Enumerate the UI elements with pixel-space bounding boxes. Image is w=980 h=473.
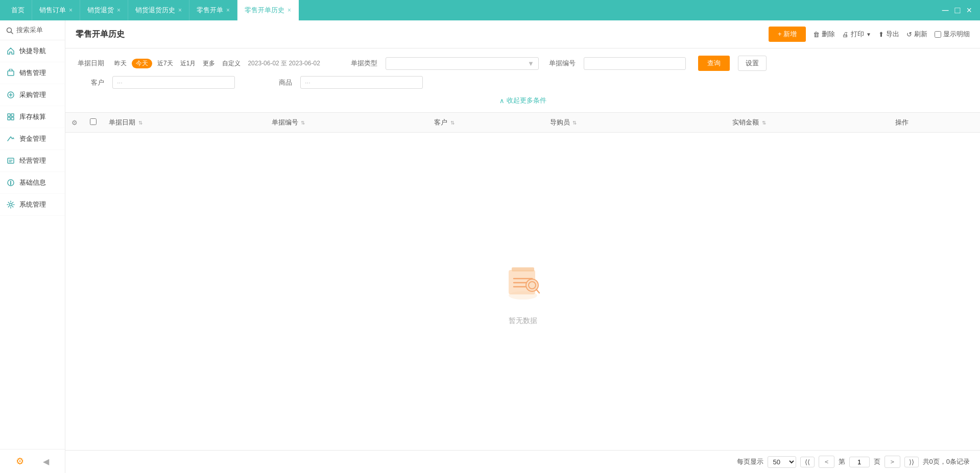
inventory-icon (6, 112, 15, 121)
delete-icon: 🗑 (813, 31, 820, 38)
tab-retail-history[interactable]: 零售开单历史 × (237, 0, 299, 20)
col-settings[interactable]: ⚙ (65, 113, 84, 133)
close-tab-sales-return-history[interactable]: × (178, 7, 182, 14)
query-button[interactable]: 查询 (698, 56, 730, 71)
date-btn-1month[interactable]: 近1月 (178, 59, 198, 68)
select-all-checkbox[interactable] (90, 118, 97, 125)
print-button[interactable]: 🖨 打印 ▼ (842, 30, 871, 39)
delete-button[interactable]: 🗑 删除 (813, 30, 835, 39)
col-guide[interactable]: 导购员 ⇅ (544, 113, 683, 133)
sidebar-search[interactable]: 搜索采单 (0, 20, 65, 40)
close-window-icon[interactable]: × (966, 5, 972, 16)
tab-bar: 首页 销售订单 × 销货退货 × 销货退货历史 × 零售开单 × 零售开单历史 … (0, 0, 980, 20)
sidebar-item-inventory[interactable]: 库存核算 (0, 106, 65, 128)
export-button[interactable]: ⬆ 导出 (878, 30, 899, 39)
svg-rect-4 (8, 114, 10, 116)
col-checkbox[interactable] (84, 113, 103, 133)
management-icon (6, 156, 15, 165)
data-table: ⚙ 单据日期 ⇅ 单据编号 ⇅ (65, 113, 980, 133)
minimize-icon[interactable]: ─ (942, 5, 949, 16)
goods-label: 商品 (264, 78, 292, 87)
customer-input[interactable]: ··· (112, 76, 235, 89)
svg-line-19 (536, 289, 539, 293)
tab-sales-return-history[interactable]: 销货退货历史 × (128, 0, 189, 20)
table-area: ⚙ 单据日期 ⇅ 单据编号 ⇅ (65, 113, 980, 450)
column-settings-icon[interactable]: ⚙ (71, 119, 78, 127)
order-no-label: 单据编号 (547, 59, 576, 68)
page-header: 零售开单历史 + 新增 🗑 删除 🖨 打印 ▼ ⬆ 导出 ↺ (65, 20, 980, 48)
date-btn-custom[interactable]: 自定义 (220, 59, 243, 68)
order-no-field[interactable] (588, 60, 681, 67)
col-no[interactable]: 单据编号 ⇅ (266, 113, 428, 133)
close-tab-retail-order[interactable]: × (226, 7, 230, 14)
tab-retail-order[interactable]: 零售开单 × (189, 0, 237, 20)
last-page-btn[interactable]: ⟩⟩ (904, 457, 919, 467)
sidebar: 搜索采单 快捷导航 销售管理 (0, 20, 65, 473)
col-guide-sort-icon[interactable]: ⇅ (572, 120, 577, 126)
first-page-btn[interactable]: ⟨⟨ (800, 457, 815, 467)
date-btn-more[interactable]: 更多 (201, 59, 217, 68)
show-detail-checkbox-label[interactable]: 显示明细 (935, 30, 970, 39)
close-tab-sales-order[interactable]: × (69, 7, 73, 14)
sidebar-item-quick-nav[interactable]: 快捷导航 (0, 40, 65, 62)
sidebar-item-purchase[interactable]: 采购管理 (0, 84, 65, 106)
col-customer[interactable]: 客户 ⇅ (428, 113, 543, 133)
sidebar-item-base-info[interactable]: 基础信息 (0, 172, 65, 194)
svg-rect-2 (8, 71, 14, 76)
sidebar-item-finance[interactable]: 资金管理 (0, 128, 65, 150)
col-customer-label: 客户 (434, 118, 447, 126)
empty-text: 暂无数据 (509, 316, 537, 326)
sidebar-item-sales[interactable]: 销售管理 (0, 62, 65, 84)
col-amount-label: 实销金额 (732, 118, 759, 126)
show-detail-checkbox[interactable] (935, 31, 941, 38)
svg-rect-6 (8, 117, 10, 120)
maximize-icon[interactable]: □ (955, 5, 961, 16)
col-customer-sort-icon[interactable]: ⇅ (450, 120, 455, 126)
tab-home[interactable]: 首页 (4, 0, 32, 20)
settings-icon[interactable]: ⚙ (16, 456, 24, 467)
col-amount[interactable]: 实销金额 ⇅ (726, 113, 889, 133)
close-tab-sales-return[interactable]: × (117, 7, 121, 14)
prev-page-btn[interactable]: ＜ (819, 456, 834, 468)
col-no-label: 单据编号 (272, 118, 298, 126)
col-no-sort-icon[interactable]: ⇅ (301, 120, 305, 126)
collapse-sidebar-icon[interactable]: ◀ (43, 457, 49, 466)
svg-point-10 (10, 204, 12, 206)
export-icon: ⬆ (878, 31, 884, 38)
current-page-input[interactable] (849, 457, 870, 467)
next-page-btn[interactable]: ＞ (885, 456, 900, 468)
goods-input[interactable]: ··· (300, 76, 423, 89)
col-date[interactable]: 单据日期 ⇅ (103, 113, 266, 133)
refresh-button[interactable]: ↺ 刷新 (906, 30, 927, 39)
order-no-input[interactable] (584, 57, 686, 70)
add-button[interactable]: + 新增 (769, 27, 806, 42)
date-btn-today[interactable]: 今天 (132, 59, 152, 68)
total-info: 共0页，0条记录 (923, 457, 970, 466)
close-tab-retail-history[interactable]: × (288, 7, 291, 14)
customer-label: 客户 (76, 78, 104, 87)
settings-button[interactable]: 设置 (738, 56, 767, 71)
collapse-button[interactable]: ∧ 收起更多条件 (499, 94, 546, 107)
type-filter-select[interactable]: ▼ (386, 57, 539, 70)
col-spacer (683, 113, 726, 133)
page-size-select[interactable]: 50 20 100 (768, 456, 796, 468)
svg-rect-8 (8, 158, 14, 163)
date-btn-yesterday[interactable]: 昨天 (112, 59, 129, 68)
empty-state: 暂无数据 (65, 133, 980, 450)
collapse-btn-area: ∧ 收起更多条件 (76, 94, 970, 107)
col-amount-sort-icon[interactable]: ⇅ (762, 120, 766, 126)
col-date-sort-icon[interactable]: ⇅ (138, 120, 142, 126)
collapse-up-icon: ∧ (499, 97, 505, 105)
finance-icon (6, 134, 15, 143)
sidebar-item-management[interactable]: 经营管理 (0, 150, 65, 172)
col-action: 操作 (889, 113, 980, 133)
tab-sales-return[interactable]: 销货退货 × (80, 0, 128, 20)
date-btn-7days[interactable]: 近7天 (155, 59, 175, 68)
col-guide-label: 导购员 (550, 118, 570, 126)
pagination: 每页显示 50 20 100 ⟨⟨ ＜ 第 页 ＞ ⟩⟩ 共0页，0条记录 (65, 450, 980, 473)
sidebar-item-system[interactable]: 系统管理 (0, 194, 65, 216)
page-label-end: 页 (874, 457, 880, 466)
page-label: 第 (839, 457, 845, 466)
svg-line-1 (11, 32, 13, 34)
tab-sales-order[interactable]: 销售订单 × (32, 0, 80, 20)
